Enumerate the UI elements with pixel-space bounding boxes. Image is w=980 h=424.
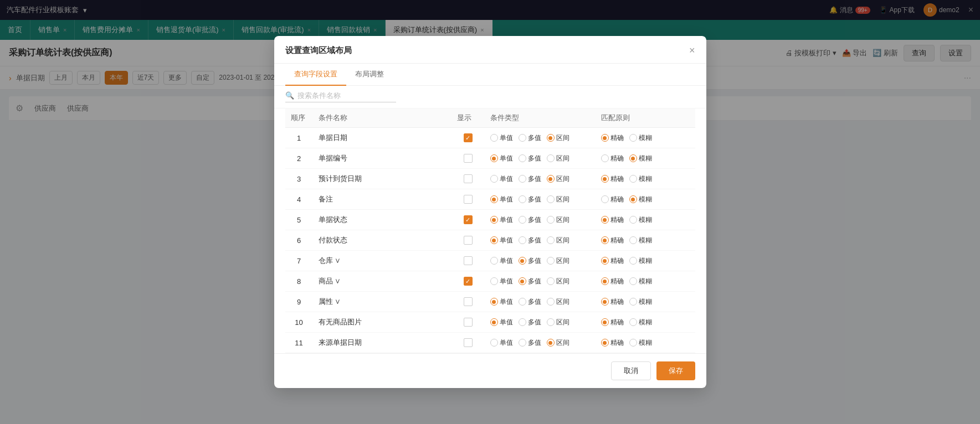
radio-type-single-7[interactable]: 单值 [490, 256, 513, 266]
modal-tab-query-fields[interactable]: 查询字段设置 [285, 64, 346, 86]
radio-match-fuzzy-6[interactable]: 模糊 [629, 236, 652, 245]
radio-match-exact-1[interactable]: 精确 [601, 133, 624, 143]
row-name-3: 预计到货日期 [313, 169, 451, 189]
radio-match-fuzzy-5[interactable]: 模糊 [629, 215, 652, 225]
checkbox-display-6[interactable] [464, 236, 473, 245]
row-name-7: 仓库 ∨ [313, 251, 451, 271]
search-input[interactable] [297, 91, 386, 100]
th-type: 条件类型 [485, 108, 596, 128]
th-name: 条件名称 [313, 108, 451, 128]
th-order: 顺序 [285, 108, 313, 128]
row-order-9: 9 [285, 292, 313, 312]
radio-type-range-2[interactable]: 区间 [547, 154, 569, 163]
row-match-2: 精确模糊 [596, 148, 695, 169]
row-display-cb-4[interactable] [451, 189, 485, 210]
radio-match-fuzzy-2[interactable]: 模糊 [629, 154, 652, 163]
checkbox-display-5[interactable] [464, 215, 473, 224]
radio-type-single-6[interactable]: 单值 [490, 236, 513, 245]
radio-type-single-8[interactable]: 单值 [490, 277, 513, 286]
radio-type-range-1[interactable]: 区间 [547, 133, 569, 143]
checkbox-display-7[interactable] [464, 256, 473, 265]
row-name-9: 属性 ∨ [313, 292, 451, 312]
row-order-4: 4 [285, 189, 313, 210]
row-type-8: 单值多值区间 [485, 271, 596, 292]
checkbox-display-9[interactable] [464, 297, 473, 306]
modal-table-wrap: 顺序 条件名称 显示 条件类型 匹配原则 1单据日期单值多值区间精确模糊2单据编… [274, 108, 706, 311]
radio-type-multi-9[interactable]: 多值 [519, 297, 541, 307]
radio-match-exact-4[interactable]: 精确 [601, 195, 624, 204]
radio-type-multi-7[interactable]: 多值 [519, 256, 541, 266]
radio-type-range-8[interactable]: 区间 [547, 277, 569, 286]
row-order-1: 1 [285, 128, 313, 148]
radio-match-fuzzy-7[interactable]: 模糊 [629, 256, 652, 266]
radio-type-single-1[interactable]: 单值 [490, 133, 513, 143]
checkbox-display-1[interactable] [464, 133, 473, 142]
radio-type-single-2[interactable]: 单值 [490, 154, 513, 163]
radio-match-fuzzy-9[interactable]: 模糊 [629, 297, 652, 307]
row-display-cb-7[interactable] [451, 251, 485, 271]
radio-match-exact-7[interactable]: 精确 [601, 256, 624, 266]
radio-type-multi-5[interactable]: 多值 [519, 215, 541, 225]
checkbox-display-2[interactable] [464, 154, 473, 163]
radio-match-exact-6[interactable]: 精确 [601, 236, 624, 245]
radio-match-exact-8[interactable]: 精确 [601, 277, 624, 286]
row-display-cb-3[interactable] [451, 169, 485, 189]
radio-type-multi-8[interactable]: 多值 [519, 277, 541, 286]
row-type-6: 单值多值区间 [485, 230, 596, 251]
row-name-8: 商品 ∨ [313, 271, 451, 292]
radio-match-fuzzy-4[interactable]: 模糊 [629, 195, 652, 204]
radio-type-single-5[interactable]: 单值 [490, 215, 513, 225]
table-row: 9属性 ∨单值多值区间精确模糊 [285, 292, 695, 312]
radio-type-single-9[interactable]: 单值 [490, 297, 513, 307]
checkbox-display-4[interactable] [464, 195, 473, 204]
th-match: 匹配原则 [596, 108, 695, 128]
checkbox-display-3[interactable] [464, 174, 473, 183]
radio-match-fuzzy-1[interactable]: 模糊 [629, 133, 652, 143]
row-display-cb-9[interactable] [451, 292, 485, 312]
search-icon: 🔍 [285, 91, 294, 100]
row-type-3: 单值多值区间 [485, 169, 596, 189]
row-order-8: 8 [285, 271, 313, 292]
table-row: 2单据编号单值多值区间精确模糊 [285, 148, 695, 169]
row-type-1: 单值多值区间 [485, 128, 596, 148]
row-display-cb-8[interactable] [451, 271, 485, 292]
row-type-2: 单值多值区间 [485, 148, 596, 169]
row-match-4: 精确模糊 [596, 189, 695, 210]
modal-close-button[interactable]: × [689, 45, 695, 56]
row-order-2: 2 [285, 148, 313, 169]
row-display-cb-5[interactable] [451, 210, 485, 230]
radio-type-single-3[interactable]: 单值 [490, 174, 513, 184]
table-row: 8商品 ∨单值多值区间精确模糊 [285, 271, 695, 292]
radio-type-multi-3[interactable]: 多值 [519, 174, 541, 184]
radio-type-range-7[interactable]: 区间 [547, 256, 569, 266]
radio-type-range-3[interactable]: 区间 [547, 174, 569, 184]
radio-type-range-9[interactable]: 区间 [547, 297, 569, 307]
radio-type-range-4[interactable]: 区间 [547, 195, 569, 204]
row-order-5: 5 [285, 210, 313, 230]
radio-match-fuzzy-8[interactable]: 模糊 [629, 277, 652, 286]
radio-type-range-6[interactable]: 区间 [547, 236, 569, 245]
radio-match-exact-2[interactable]: 精确 [601, 154, 624, 163]
radio-match-exact-5[interactable]: 精确 [601, 215, 624, 225]
table-row: 7仓库 ∨单值多值区间精确模糊 [285, 251, 695, 271]
radio-type-single-4[interactable]: 单值 [490, 195, 513, 204]
radio-type-multi-4[interactable]: 多值 [519, 195, 541, 204]
radio-type-range-5[interactable]: 区间 [547, 215, 569, 225]
radio-match-exact-9[interactable]: 精确 [601, 297, 624, 307]
radio-type-multi-2[interactable]: 多值 [519, 154, 541, 163]
radio-match-fuzzy-3[interactable]: 模糊 [629, 174, 652, 184]
row-display-cb-1[interactable] [451, 128, 485, 148]
row-display-cb-2[interactable] [451, 148, 485, 169]
radio-type-multi-1[interactable]: 多值 [519, 133, 541, 143]
radio-type-multi-6[interactable]: 多值 [519, 236, 541, 245]
modal-tab-layout[interactable]: 布局调整 [346, 64, 393, 86]
row-name-4: 备注 [313, 189, 451, 210]
row-type-5: 单值多值区间 [485, 210, 596, 230]
row-display-cb-6[interactable] [451, 230, 485, 251]
row-match-6: 精确模糊 [596, 230, 695, 251]
checkbox-display-8[interactable] [464, 277, 473, 286]
table-row: 4备注单值多值区间精确模糊 [285, 189, 695, 210]
row-order-3: 3 [285, 169, 313, 189]
radio-match-exact-3[interactable]: 精确 [601, 174, 624, 184]
table-row: 3预计到货日期单值多值区间精确模糊 [285, 169, 695, 189]
